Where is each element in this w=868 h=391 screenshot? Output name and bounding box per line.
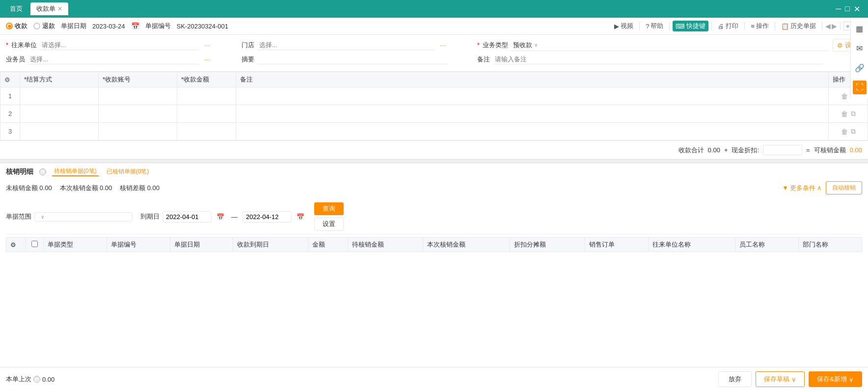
- maximize-button[interactable]: □: [845, 4, 850, 14]
- select-all-checkbox[interactable]: [31, 241, 38, 247]
- query-button[interactable]: 查询: [314, 202, 344, 215]
- video-btn[interactable]: ▶ 视频: [611, 21, 636, 31]
- copy-icon-3[interactable]: ⧉: [851, 127, 856, 136]
- vth-sales-order-label: 销售订单: [589, 241, 615, 248]
- nav-left-icon[interactable]: ◀: [825, 22, 831, 30]
- more-conditions-btn[interactable]: ▼ 更多条件 ∧: [782, 184, 822, 193]
- radio-receipt[interactable]: 收款: [6, 22, 27, 30]
- th-amount[interactable]: *收款金额: [177, 72, 236, 87]
- row-amount-2[interactable]: [177, 105, 236, 123]
- delete-icon-3[interactable]: 🗑: [841, 128, 848, 136]
- delete-icon-2[interactable]: 🗑: [841, 110, 848, 118]
- shortcut-btn[interactable]: ⌨ 快捷键: [673, 21, 708, 31]
- vth-settings[interactable]: ⚙: [6, 238, 26, 252]
- th-account[interactable]: *收款账号: [99, 72, 177, 87]
- tab-bar: 首页 收款单 ✕ ─ □ ✕: [0, 0, 868, 18]
- row-account-1[interactable]: [99, 87, 177, 105]
- abandon-button[interactable]: 放弃: [718, 371, 752, 387]
- radio-refund[interactable]: 退款: [33, 22, 55, 30]
- vth-current: 本次核销金额: [423, 238, 510, 252]
- counterpart-more-icon[interactable]: ···: [202, 41, 212, 49]
- date-calendar-start-icon[interactable]: 📅: [215, 213, 226, 221]
- staff-input[interactable]: [28, 55, 199, 64]
- range-select[interactable]: ∨: [34, 212, 133, 222]
- row-settlement-1[interactable]: [20, 87, 99, 105]
- plus-sign: +: [724, 146, 728, 154]
- right-link-icon[interactable]: 🔗: [853, 61, 867, 75]
- date-label: 单据日期: [61, 22, 86, 30]
- row-settlement-2[interactable]: [20, 105, 99, 123]
- delete-icon-1[interactable]: 🗑: [841, 92, 848, 100]
- ops-btn[interactable]: ≡ 操作: [748, 21, 772, 31]
- th-settlement[interactable]: *结算方式: [20, 72, 99, 87]
- table-gear-icon[interactable]: ⚙: [4, 76, 10, 84]
- vth-dept[interactable]: 部门名称: [799, 238, 862, 252]
- due-date-start-input[interactable]: [163, 211, 212, 223]
- stat-unclosed: 未核销金额 0.00: [6, 184, 52, 193]
- nav-right-icon[interactable]: ▶: [832, 22, 837, 30]
- tab-home[interactable]: 首页: [4, 2, 28, 15]
- store-input[interactable]: [257, 40, 435, 50]
- vth-number[interactable]: 单据编号: [107, 238, 170, 252]
- close-window-button[interactable]: ✕: [854, 4, 860, 14]
- chevron-down-icon: ∨: [534, 42, 538, 48]
- minimize-button[interactable]: ─: [836, 4, 841, 14]
- footer-info: 本单上次 ⓘ 0.00: [6, 375, 54, 384]
- row-remark-3[interactable]: [236, 123, 829, 140]
- row-settlement-3[interactable]: [20, 123, 99, 140]
- th-settings[interactable]: ⚙: [0, 72, 20, 87]
- discount-input[interactable]: [763, 145, 802, 155]
- verify-info-icon[interactable]: ⓘ: [39, 168, 46, 175]
- row-amount-3[interactable]: [177, 123, 236, 140]
- remark-input[interactable]: [493, 55, 823, 64]
- save-new-button[interactable]: 保存&新增 ∨: [809, 371, 862, 387]
- history-btn[interactable]: 📋 历史单据: [778, 21, 819, 31]
- row-account-2[interactable]: [99, 105, 177, 123]
- form-row-2: 业务员 ··· 摘要 备注: [6, 55, 862, 64]
- vth-date[interactable]: 单据日期: [170, 238, 233, 252]
- vth-type[interactable]: 单据类型: [44, 238, 107, 252]
- row-action-2: 🗑 ⧉: [829, 105, 868, 123]
- verify-settings-button[interactable]: 设置: [314, 217, 344, 231]
- save-draft-button[interactable]: 保存草稿 ∨: [756, 371, 805, 387]
- tab-receipt[interactable]: 收款单 ✕: [30, 2, 68, 15]
- staff-more-icon[interactable]: ···: [202, 56, 212, 63]
- query-settings: 查询 设置: [314, 202, 344, 231]
- video-icon: ▶: [614, 23, 619, 30]
- vth-counterpart[interactable]: 往来单位名称: [648, 238, 735, 252]
- row-remark-1[interactable]: [236, 87, 829, 105]
- vth-checkbox[interactable]: [26, 238, 44, 252]
- business-type-label: * 业务类型: [477, 41, 508, 50]
- row-remark-2[interactable]: [236, 105, 829, 123]
- row-account-3[interactable]: [99, 123, 177, 140]
- right-mail-icon[interactable]: ✉: [853, 41, 867, 55]
- footer-info-icon[interactable]: ⓘ: [33, 376, 40, 383]
- table-row: 3 🗑 ⧉: [0, 123, 868, 140]
- summary-input[interactable]: [257, 55, 448, 64]
- counterpart-input[interactable]: [40, 40, 200, 50]
- right-table-icon[interactable]: ▦: [853, 22, 867, 35]
- store-field: 门店 ···: [242, 40, 448, 50]
- date-calendar-end-icon[interactable]: 📅: [295, 213, 306, 221]
- print-btn[interactable]: 🖨 打印: [715, 21, 741, 31]
- copy-icon-2[interactable]: ⧉: [851, 110, 856, 118]
- close-icon[interactable]: ✕: [57, 5, 62, 12]
- store-more-icon[interactable]: ···: [438, 41, 448, 49]
- done-tab[interactable]: 已核销单据(0笔): [105, 168, 151, 176]
- pending-tab[interactable]: 待核销单据(0笔): [52, 167, 99, 176]
- toolbar: 收款 退款 单据日期 2023-03-24 📅 单据编号 SK-20230324…: [0, 18, 868, 35]
- vth-type-label: 单据类型: [48, 241, 73, 248]
- radio-receipt-label: 收款: [15, 22, 27, 30]
- vth-staff[interactable]: 员工名称: [735, 238, 799, 252]
- radio-refund-label: 退款: [42, 22, 55, 30]
- due-date-end-input[interactable]: [243, 211, 292, 223]
- row-amount-1[interactable]: [177, 87, 236, 105]
- verify-section: 核销明细 ⓘ 待核销单据(0笔) 已核销单据(0笔) 未核销金额 0.00 本次…: [0, 163, 868, 367]
- auto-verify-btn[interactable]: 自动核销: [826, 181, 862, 195]
- help-btn[interactable]: ? 帮助: [643, 21, 666, 31]
- business-type-select[interactable]: 预收款 ∨: [511, 40, 829, 51]
- chevron-up-icon: ∧: [817, 184, 822, 192]
- calendar-icon[interactable]: 📅: [131, 22, 139, 30]
- tab-home-label: 首页: [10, 4, 23, 13]
- right-expand-icon[interactable]: ⛶: [853, 81, 867, 94]
